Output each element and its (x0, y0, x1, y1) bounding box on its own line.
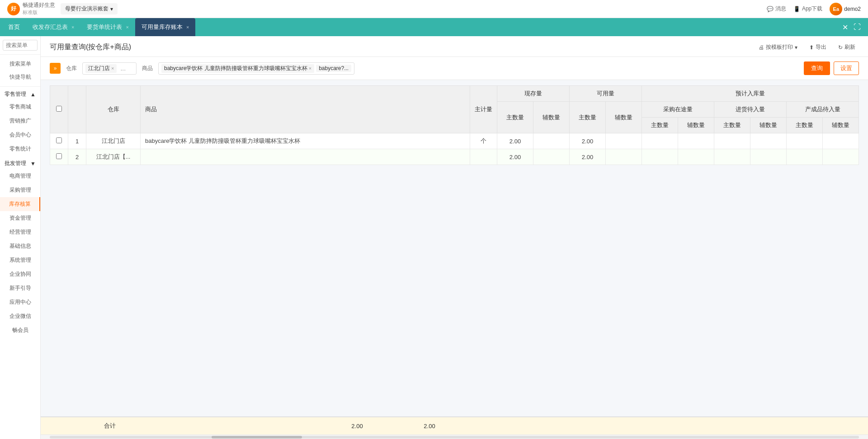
scrollbar-thumb[interactable] (212, 436, 302, 439)
export-label: 导出 (816, 43, 826, 51)
refresh-action[interactable]: ↻ 刷新 (835, 42, 859, 53)
table-row: 1 江北门店 babycare学饮杯 儿童防摔防撞吸管杯重力球吸嘴杯宝宝水杯 个… (50, 133, 859, 149)
sidebar-item-marketing[interactable]: 营销推广 (0, 114, 40, 128)
filter-expand-btn[interactable]: » (50, 63, 61, 74)
row-1-stock-main: 2.00 (497, 133, 533, 149)
row-2-product (141, 149, 470, 165)
maximize-icon[interactable]: ⛶ (852, 21, 863, 33)
row-2-avail-main: 2.00 (570, 149, 606, 165)
select-all-checkbox[interactable] (56, 106, 62, 112)
sidebar-item-inventory[interactable]: 库存核算 (0, 197, 40, 211)
printer-icon: 🖨 (759, 44, 764, 51)
sidebar-item-ecommerce[interactable]: 电商管理 (0, 169, 40, 183)
footer-values: 2.00 2.00 (122, 423, 859, 430)
user-area[interactable]: Ea demo2 (830, 3, 861, 15)
footer-stock-aux (375, 423, 411, 430)
content-area: 可用量查询(按仓库+商品) 🖨 按模板打印 ▾ ⬆ 导出 ↻ 刷新 (41, 36, 868, 439)
th-stock-aux: 辅数量 (533, 102, 570, 133)
th-production-aux: 辅数量 (823, 118, 859, 133)
sidebar-item-new-guide[interactable]: 新手引导 (0, 281, 40, 295)
tab-available-stock-close[interactable]: × (186, 24, 189, 30)
sidebar-search-area (0, 36, 40, 55)
tab-home[interactable]: 首页 (2, 18, 26, 36)
search-input[interactable] (3, 40, 38, 51)
sidebar-item-operations[interactable]: 经营管理 (0, 225, 40, 239)
message-action[interactable]: 💬 消息 (767, 5, 786, 13)
row-1-stock-aux (533, 133, 570, 149)
row-1-incoming-main (714, 133, 750, 149)
sidebar-item-retail-stats[interactable]: 零售统计 (0, 142, 40, 156)
sidebar-item-enterprise-wechat[interactable]: 企业微信 (0, 309, 40, 323)
th-incoming-main: 主数量 (714, 118, 750, 133)
row-2-incoming-aux (750, 149, 787, 165)
th-purchase-main: 主数量 (642, 118, 678, 133)
tab-order-stats-close[interactable]: × (126, 24, 128, 30)
sidebar-group-wholesale-icon: ▼ (30, 160, 36, 167)
tab-available-stock[interactable]: 可用量库存账本 × (135, 18, 195, 36)
row-2-checkbox[interactable] (50, 149, 68, 165)
sidebar-item-app-center[interactable]: 应用中心 (0, 295, 40, 309)
sidebar-item-retail-shop[interactable]: 零售商城 (0, 100, 40, 114)
product-filter[interactable]: babycare学饮杯 儿童防摔防撞吸管杯重力球吸嘴杯宝宝水杯 × babyca… (158, 62, 354, 75)
th-product: 商品 (141, 86, 470, 133)
horizontal-scrollbar[interactable] (41, 434, 868, 439)
tab-order-stats-label: 要货单统计表 (87, 23, 122, 31)
row-2-unit (470, 149, 497, 165)
logo-text-block: 畅捷通好生意 标准版 (23, 2, 55, 16)
app-download-action[interactable]: 📱 App下载 (793, 5, 822, 13)
table-footer: 合计 2.00 2.00 (41, 416, 868, 434)
row-2-production-aux (823, 149, 859, 165)
th-checkbox[interactable] (50, 86, 68, 133)
chevron-down-icon: ▾ (110, 6, 113, 12)
row-1-checkbox[interactable] (50, 133, 68, 149)
table-area: 仓库 商品 主计量 现存量 可用量 预计入库量 主数量 辅数量 主数量 辅数量 … (41, 80, 868, 416)
th-incoming-aux: 辅数量 (750, 118, 787, 133)
sidebar-item-member[interactable]: 会员中心 (0, 128, 40, 142)
sidebar-item-system[interactable]: 系统管理 (0, 253, 40, 267)
warehouse-tag-1-close[interactable]: × (111, 66, 114, 71)
logo-area: 好 畅捷通好生意 标准版 (7, 2, 55, 16)
refresh-icon: ↻ (838, 44, 843, 51)
sidebar-item-finance[interactable]: 资金管理 (0, 211, 40, 225)
user-name: demo2 (844, 6, 861, 12)
sidebar-nav: 搜索菜单 快捷导航 (0, 55, 40, 87)
industry-selector[interactable]: 母婴行业演示账套 ▾ (61, 3, 118, 14)
product-tag-1-close[interactable]: × (309, 66, 311, 71)
tab-order-stats[interactable]: 要货单统计表 × (80, 18, 135, 36)
sidebar-item-enterprise[interactable]: 企业协同 (0, 267, 40, 281)
warehouse-filter[interactable]: 江北门店 × ... (82, 62, 137, 75)
export-action[interactable]: ⬆ 导出 (806, 42, 830, 53)
tab-receive-pay-label: 收发存汇总表 (33, 23, 68, 31)
query-button[interactable]: 查询 (804, 61, 830, 75)
row-2-purchase-main (642, 149, 678, 165)
row-1-purchase-aux (678, 133, 714, 149)
print-action[interactable]: 🖨 按模板打印 ▾ (755, 42, 801, 53)
th-incoming: 进货待入量 (714, 102, 787, 118)
row-1-avail-main: 2.00 (570, 133, 606, 149)
sidebar-item-purchase[interactable]: 采购管理 (0, 183, 40, 197)
tab-receive-pay-close[interactable]: × (71, 24, 74, 30)
avatar: Ea (830, 3, 842, 15)
header-left: 好 畅捷通好生意 标准版 母婴行业演示账套 ▾ (7, 2, 118, 16)
sidebar-item-quick-nav[interactable]: 快捷导航 (0, 71, 40, 84)
tab-home-label: 首页 (8, 23, 20, 31)
settings-button[interactable]: 设置 (834, 61, 859, 75)
row-1-product: babycare学饮杯 儿童防摔防撞吸管杯重力球吸嘴杯宝宝水杯 (141, 133, 470, 149)
product-tag-2-label: babycare?... (319, 65, 349, 71)
close-window-icon[interactable]: ✕ (840, 21, 850, 33)
header-right: 💬 消息 📱 App下载 Ea demo2 (767, 3, 861, 15)
row-2-warehouse: 江北门店【... (86, 149, 141, 165)
message-icon: 💬 (767, 6, 774, 12)
sidebar-group-retail[interactable]: 零售管理 ▲ (0, 87, 40, 100)
print-label: 按模板打印 (766, 43, 793, 51)
tab-receive-pay[interactable]: 收发存汇总表 × (26, 18, 80, 36)
sidebar-group-wholesale[interactable]: 批发管理 ▼ (0, 156, 40, 169)
footer-avail-main: 2.00 (411, 423, 448, 430)
sidebar-item-basic-info[interactable]: 基础信息 (0, 239, 40, 253)
filter-actions: 查询 设置 (804, 61, 859, 75)
page-header: 可用量查询(按仓库+商品) 🖨 按模板打印 ▾ ⬆ 导出 ↻ 刷新 (41, 36, 868, 57)
th-unit: 主计量 (470, 86, 497, 133)
sidebar-item-vip[interactable]: 畅会员 (0, 323, 40, 337)
warehouse-tag-1-label: 江北门店 (88, 65, 110, 72)
sidebar-item-search-menu[interactable]: 搜索菜单 (0, 57, 40, 71)
